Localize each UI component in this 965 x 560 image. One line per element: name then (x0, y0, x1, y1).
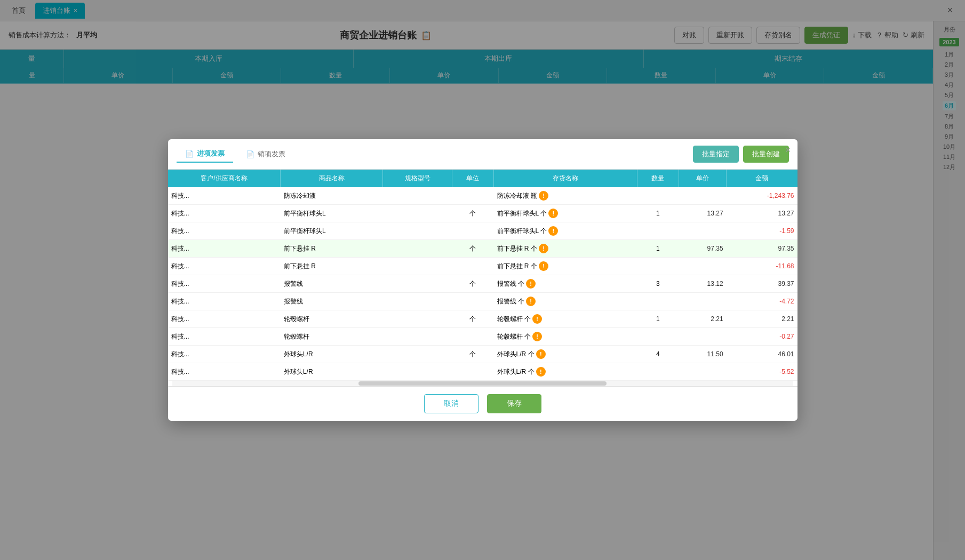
cell-qty (637, 363, 679, 381)
cell-qty: 1 (637, 205, 679, 222)
cell-company: 科技... (168, 222, 281, 240)
cell-amount: 13.27 (727, 205, 797, 222)
cell-spec (383, 310, 452, 328)
cell-qty: 1 (637, 240, 679, 258)
cell-unit (452, 187, 493, 205)
cell-product-name: 外球头L/R (281, 346, 383, 363)
tab-outbound-invoice[interactable]: 📄 销项发票 (237, 146, 294, 162)
cell-inventory: 前平衡杆球头L 个 ! (494, 205, 637, 222)
cell-qty (637, 258, 679, 275)
scrollbar-thumb[interactable] (358, 381, 607, 386)
cell-unit (452, 222, 493, 240)
cell-qty: 4 (637, 346, 679, 363)
table-row[interactable]: 科技... 轮毂螺杆 轮毂螺杆 个 ! -0.27 (168, 328, 797, 346)
cell-inventory: 外球头L/R 个 ! (494, 346, 637, 363)
tab-inbound-invoice[interactable]: 📄 进项发票 (177, 146, 233, 163)
cell-product-name: 前平衡杆球头L (281, 222, 383, 240)
table-row[interactable]: 科技... 外球头L/R 个 外球头L/R 个 ! 4 11.50 46.01 (168, 346, 797, 363)
table-row[interactable]: 科技... 前平衡杆球头L 前平衡杆球头L 个 ! -1.59 (168, 222, 797, 240)
cell-company: 科技... (168, 240, 281, 258)
cell-unit-price (679, 293, 727, 310)
cell-unit (452, 363, 493, 381)
cell-product-name: 外球头L/R (281, 363, 383, 381)
cell-product-name: 前下悬挂 R (281, 240, 383, 258)
cell-unit: 个 (452, 240, 493, 258)
cell-inventory: 防冻冷却液 瓶 ! (494, 187, 637, 205)
table-row[interactable]: 科技... 前平衡杆球头L 个 前平衡杆球头L 个 ! 1 13.27 13.2… (168, 205, 797, 222)
batch-create-button[interactable]: 批量创建 (743, 146, 789, 163)
horizontal-scrollbar[interactable] (172, 381, 793, 386)
cell-inventory: 轮毂螺杆 个 ! (494, 328, 637, 346)
cell-product-name: 报警线 (281, 293, 383, 310)
inbound-invoice-icon: 📄 (185, 150, 194, 158)
cell-unit-price: 11.50 (679, 346, 727, 363)
cell-inventory: 前下悬挂 R 个 ! (494, 258, 637, 275)
cell-amount: 97.35 (727, 240, 797, 258)
col-inventory: 存货名称 (494, 170, 637, 187)
cell-company: 科技... (168, 328, 281, 346)
cell-qty (637, 222, 679, 240)
cell-spec (383, 275, 452, 293)
cell-amount: -1,243.76 (727, 187, 797, 205)
warning-icon: ! (548, 209, 558, 218)
cell-company: 科技... (168, 187, 281, 205)
cell-unit-price (679, 187, 727, 205)
cancel-button[interactable]: 取消 (424, 394, 478, 413)
col-company: 客户/供应商名称 (168, 170, 281, 187)
col-spec: 规格型号 (383, 170, 452, 187)
table-row[interactable]: 科技... 报警线 个 报警线 个 ! 3 13.12 39.37 (168, 275, 797, 293)
table-row[interactable]: 科技... 报警线 报警线 个 ! -4.72 (168, 293, 797, 310)
cell-unit-price: 13.27 (679, 205, 727, 222)
cell-unit (452, 258, 493, 275)
cell-inventory: 前平衡杆球头L 个 ! (494, 222, 637, 240)
inbound-invoice-label: 进项发票 (197, 149, 225, 158)
cell-company: 科技... (168, 310, 281, 328)
cell-spec (383, 240, 452, 258)
cell-amount: -4.72 (727, 293, 797, 310)
cell-unit: 个 (452, 205, 493, 222)
cell-company: 科技... (168, 275, 281, 293)
table-row[interactable]: 科技... 防冻冷却液 防冻冷却液 瓶 ! -1,243.76 (168, 187, 797, 205)
cell-product-name: 轮毂螺杆 (281, 328, 383, 346)
cell-amount: -0.27 (727, 328, 797, 346)
cell-spec (383, 346, 452, 363)
cell-unit-price (679, 363, 727, 381)
cell-company: 科技... (168, 205, 281, 222)
col-unit: 单位 (452, 170, 493, 187)
table-row[interactable]: 科技... 前下悬挂 R 个 前下悬挂 R 个 ! 1 97.35 97.35 (168, 240, 797, 258)
table-row[interactable]: 科技... 前下悬挂 R 前下悬挂 R 个 ! -11.68 (168, 258, 797, 275)
col-unit-price: 单价 (679, 170, 727, 187)
warning-icon: ! (539, 191, 548, 201)
outbound-invoice-label: 销项发票 (258, 149, 285, 159)
col-amount: 金额 (727, 170, 797, 187)
warning-icon: ! (532, 314, 542, 324)
cell-unit-price (679, 328, 727, 346)
cell-unit: 个 (452, 310, 493, 328)
cell-company: 科技... (168, 363, 281, 381)
dialog-header-right: 批量指定 批量创建 (693, 146, 789, 163)
table-row[interactable]: 科技... 外球头L/R 外球头L/R 个 ! -5.52 (168, 363, 797, 381)
batch-assign-button[interactable]: 批量指定 (693, 146, 739, 163)
dialog-footer: 取消 保存 (168, 386, 797, 421)
cell-amount: 39.37 (727, 275, 797, 293)
save-button[interactable]: 保存 (487, 394, 541, 413)
cell-product-name: 前下悬挂 R (281, 258, 383, 275)
cell-amount: -11.68 (727, 258, 797, 275)
cell-amount: -1.59 (727, 222, 797, 240)
dialog-table-wrap[interactable]: 客户/供应商名称 商品名称 规格型号 单位 存货名称 数量 单价 金额 科技..… (168, 170, 797, 381)
cell-unit-price (679, 222, 727, 240)
cell-spec (383, 363, 452, 381)
dialog-header: 📄 进项发票 📄 销项发票 批量指定 批量创建 × (168, 139, 797, 170)
dialog-close-button[interactable]: × (785, 145, 791, 156)
cell-product-name: 前平衡杆球头L (281, 205, 383, 222)
cell-qty (637, 187, 679, 205)
cell-spec (383, 222, 452, 240)
table-header-row: 客户/供应商名称 商品名称 规格型号 单位 存货名称 数量 单价 金额 (168, 170, 797, 187)
table-row[interactable]: 科技... 轮毂螺杆 个 轮毂螺杆 个 ! 1 2.21 2.21 (168, 310, 797, 328)
cell-amount: 46.01 (727, 346, 797, 363)
cell-spec (383, 258, 452, 275)
cell-product-name: 防冻冷却液 (281, 187, 383, 205)
warning-icon: ! (539, 244, 548, 253)
cell-inventory: 前下悬挂 R 个 ! (494, 240, 637, 258)
warning-icon: ! (526, 297, 536, 306)
